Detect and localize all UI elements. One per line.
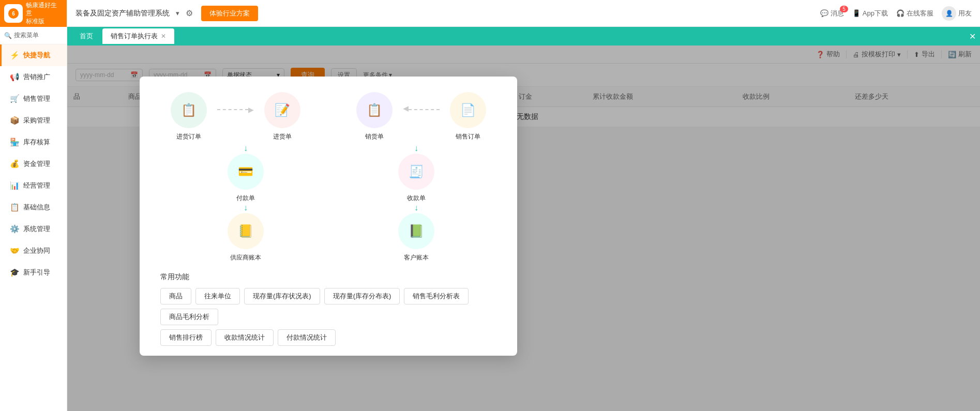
sidebar-item-quick-nav[interactable]: ⚡ 快捷导航 [0,44,67,66]
func-btn-sales-rank[interactable]: 销售排行榜 [160,329,212,346]
operations-icon: 📊 [10,181,19,190]
modal-scrollbar-row: ◀ ▶ [160,354,496,356]
common-functions-title: 常用功能 [160,272,496,282]
sidebar-item-finance[interactable]: 💰 资金管理 [0,153,67,175]
flow-node-supplier-ledger[interactable]: 📒 供应商账本 [228,213,264,262]
tabbar: 首页 销售订单执行表 ✕ ✕ [67,27,980,45]
modal-dialog: 📋 进货订单 ▶ 📝 进货单 [140,77,517,356]
customer-ledger-icon: 📗 [398,213,434,249]
sidebar-item-operations[interactable]: 📊 经营管理 [0,175,67,196]
modal-overlay[interactable]: 📋 进货订单 ▶ 📝 进货单 [67,45,980,411]
message-btn[interactable]: 💬 消息 5 [820,9,844,18]
sidebar-logo: 6 畅康通好生意 标准版 [0,0,67,27]
avatar: 👤 [942,6,956,21]
topbar-right: 💬 消息 5 📱 App下载 🎧 在线客服 👤 用友 [820,6,972,21]
search-icon: 🔍 [4,32,12,39]
system-title: 装备及固定资产辅助管理系统 [76,9,170,18]
sidebar-item-system[interactable]: ⚙️ 系统管理 [0,218,67,240]
enterprise-icon: 🤝 [10,246,19,255]
supplier-ledger-label: 供应商账本 [230,253,261,262]
logo-icon: 6 [4,4,23,23]
arrow-pb-down: ↓ [244,143,248,154]
flow-node-payment[interactable]: 💳 付款单 [228,154,264,203]
function-buttons-row2: 销售排行榜 收款情况统计 付款情况统计 [160,329,496,346]
basic-info-icon: 📋 [10,203,19,212]
flow-node-receipt[interactable]: 🧾 收款单 [398,154,434,203]
flow-node-purchase-order[interactable]: 📋 进货订单 [171,92,207,141]
purchase-bill-icon: 📝 [264,92,300,128]
sales-order-icon: 📄 [450,92,486,128]
newbie-icon: 🎓 [10,268,19,277]
purchase-icon: 📦 [10,116,19,125]
system-dropdown[interactable]: ▾ [176,9,179,17]
function-buttons-row1: 商品 往来单位 现存量(库存状况表) 现存量(库存分布表) 销售毛利分析表 商品… [160,288,496,325]
customer-ledger-label: 客户账本 [404,253,429,262]
arrow-rec-down: ↓ [414,203,418,213]
sales-order-label: 销售订单 [456,132,480,141]
message-badge: 5 [840,6,848,12]
page-area: ❓ 帮助 🖨 按模板打印 ▾ ⬆ 导出 🔄 刷新 [67,45,980,411]
arrow-sb-down: ↓ [414,143,418,154]
try-industry-btn[interactable]: 体验行业方案 [201,6,258,21]
func-btn-receipt-stats[interactable]: 收款情况统计 [216,329,274,346]
receipt-label: 收款单 [407,194,426,203]
arrow-pay-down: ↓ [244,203,248,213]
system-icon: ⚙️ [10,224,19,234]
purchase-order-icon: 📋 [171,92,207,128]
user-menu[interactable]: 👤 用友 [942,6,972,21]
func-btn-stock-dist[interactable]: 现存量(库存分布表) [324,288,400,305]
func-btn-payment-stats[interactable]: 付款情况统计 [278,329,336,346]
func-btn-product[interactable]: 商品 [160,288,191,305]
sales-bill-label: 销货单 [365,132,384,141]
flow-node-purchase-bill[interactable]: 📝 进货单 [264,92,300,141]
func-btn-stock-status[interactable]: 现存量(库存状况表) [244,288,320,305]
main-content: 装备及固定资产辅助管理系统 ▾ ⚙ 体验行业方案 💬 消息 5 📱 App下载 … [67,0,980,411]
finance-icon: 💰 [10,159,19,169]
receipt-icon: 🧾 [398,154,434,190]
tab-sales-order[interactable]: 销售订单执行表 ✕ [102,28,174,44]
inventory-icon: 🏪 [10,138,19,147]
svg-text:6: 6 [12,11,15,17]
arrow-po-to-pb: ▶ [217,105,254,114]
flow-node-customer-ledger[interactable]: 📗 客户账本 [398,213,434,262]
sidebar-nav: ⚡ 快捷导航 📢 营销推广 🛒 销售管理 📦 采购管理 🏪 库存核算 💰 [0,44,67,411]
flow-node-sales-bill[interactable]: 📋 销货单 [356,92,393,141]
quick-nav-icon: ⚡ [10,51,19,60]
sidebar-item-sales[interactable]: 🛒 销售管理 [0,88,67,110]
headset-icon: 🎧 [896,9,904,17]
close-all-tabs-btn[interactable]: ✕ [969,32,976,41]
tab-close-icon[interactable]: ✕ [161,33,166,40]
sidebar-item-purchase[interactable]: 📦 采购管理 [0,110,67,131]
sidebar-item-enterprise[interactable]: 🤝 企业协同 [0,240,67,262]
purchase-bill-label: 进货单 [273,132,292,141]
logo-text: 畅康通好生意 标准版 [26,2,63,26]
sidebar-item-inventory[interactable]: 🏪 库存核算 [0,131,67,153]
payment-label: 付款单 [236,194,255,203]
func-btn-sales-profit[interactable]: 销售毛利分析表 [404,288,469,305]
func-btn-product-profit[interactable]: 商品毛利分析 [160,309,218,325]
settings-icon[interactable]: ⚙ [186,8,193,18]
topbar: 装备及固定资产辅助管理系统 ▾ ⚙ 体验行业方案 💬 消息 5 📱 App下载 … [67,0,980,27]
sales-icon: 🛒 [10,94,19,103]
marketing-icon: 📢 [10,72,19,82]
supplier-ledger-icon: 📒 [228,213,264,249]
message-icon: 💬 [820,9,828,17]
online-service-btn[interactable]: 🎧 在线客服 [896,9,933,18]
app-download-btn[interactable]: 📱 App下载 [852,9,888,18]
payment-icon: 💳 [228,154,264,190]
sidebar: 6 畅康通好生意 标准版 🔍 搜索菜单 ⚡ 快捷导航 📢 营销推广 🛒 [0,0,67,411]
tab-home[interactable]: 首页 [71,28,101,44]
sidebar-search[interactable]: 🔍 搜索菜单 [0,27,67,44]
sidebar-item-marketing[interactable]: 📢 营销推广 [0,66,67,88]
chevron-down-icon: ▾ [176,9,179,17]
sidebar-item-basic-info[interactable]: 📋 基础信息 [0,196,67,218]
download-icon: 📱 [852,9,861,17]
func-btn-partner[interactable]: 往来单位 [195,288,240,305]
sales-bill-icon: 📋 [356,92,393,128]
arrow-so-to-sb: ▶ [403,105,440,114]
flow-node-sales-order[interactable]: 📄 销售订单 [450,92,486,141]
purchase-order-label: 进货订单 [176,132,201,141]
sidebar-item-newbie[interactable]: 🎓 新手引导 [0,262,67,283]
